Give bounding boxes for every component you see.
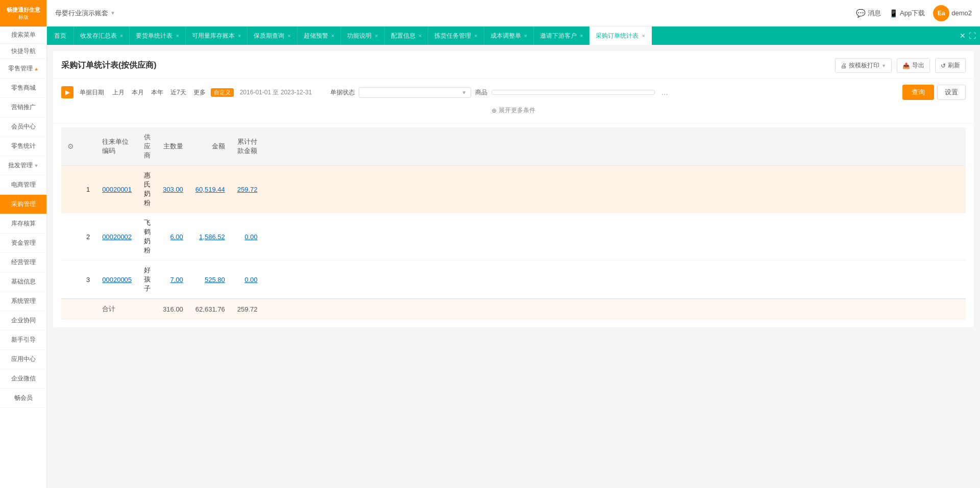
expand-more-row: ⊕ 展开更多条件	[61, 104, 966, 117]
workspace-selector[interactable]: 母婴行业演示账套 ▼	[55, 9, 115, 18]
filter-row-1: ▶ 单据日期 上月 本月 本年 近7天 更多 自定义 2016-01-01 至 …	[61, 85, 966, 100]
tab-close-icon[interactable]: ×	[238, 33, 241, 39]
sidebar-item-member-center[interactable]: 会员中心	[0, 117, 46, 137]
table-footer: 合计 316.00 62,631.76 259.72	[61, 299, 966, 319]
table-header: ⚙ 往来单位编码 供应商 主数量 金额 累计付款金额	[61, 127, 966, 166]
settings-button[interactable]: 设置	[937, 85, 966, 100]
close-window-btn[interactable]: ✕	[960, 32, 966, 40]
shortcut-last-month[interactable]: 上月	[110, 88, 127, 97]
paid-amount-link[interactable]: 0.00	[244, 276, 257, 284]
sidebar-nav[interactable]: 快捷导航	[0, 44, 46, 59]
sidebar-item-retail-stats[interactable]: 零售统计	[0, 137, 46, 156]
sidebar-item-inventory[interactable]: 库存核算	[0, 214, 46, 234]
sidebar-item-finance[interactable]: 资金管理	[0, 234, 46, 253]
export-button[interactable]: 📤 导出	[897, 58, 930, 73]
unit-code-link[interactable]: 00020001	[102, 186, 132, 193]
row-supplier: 好孩子	[138, 261, 157, 299]
tab-invite-downstream[interactable]: 邀请下游客户 ×	[534, 27, 590, 45]
date-custom-badge[interactable]: 自定义	[211, 88, 234, 97]
tab-available-stock[interactable]: 可用量库存账本 ×	[186, 27, 248, 45]
sidebar-item-enterprise-wechat[interactable]: 企业微信	[0, 369, 46, 389]
shortcut-7days[interactable]: 近7天	[168, 88, 188, 97]
tab-receive-send[interactable]: 收发存汇总表 ×	[74, 27, 130, 45]
user-info[interactable]: Ea demo2	[933, 5, 972, 21]
tab-label: 采购订单统计表	[596, 32, 639, 40]
tab-config-info[interactable]: 配置信息 ×	[385, 27, 428, 45]
paid-amount-link[interactable]: 259.72	[237, 186, 258, 193]
sidebar-search[interactable]: 搜索菜单	[0, 27, 46, 44]
sidebar-item-purchase-manage[interactable]: 采购管理	[0, 195, 46, 214]
tab-label: 要货单统计表	[136, 32, 173, 40]
sidebar-item-retail-manage[interactable]: 零售管理 ▲	[0, 59, 46, 79]
message-btn[interactable]: 💬 消息	[856, 9, 881, 18]
summary-paid-amount: 259.72	[231, 299, 264, 319]
refresh-button[interactable]: ↺ 刷新	[935, 58, 966, 73]
tab-close-icon[interactable]: ×	[375, 33, 378, 39]
expand-more-btn[interactable]: ⊕ 展开更多条件	[492, 106, 535, 115]
sidebar-item-basic-info[interactable]: 基础信息	[0, 272, 46, 292]
sidebar-item-member-vip[interactable]: 畅会员	[0, 389, 46, 408]
quantity-link[interactable]: 303.00	[163, 186, 183, 193]
row-extra	[263, 261, 966, 299]
col-settings: ⚙	[61, 127, 80, 166]
status-select[interactable]: ▼	[359, 87, 471, 98]
amount-link[interactable]: 60,519.44	[195, 186, 225, 193]
table-row[interactable]: 3 00020005 好孩子 7.00 525.80 0.00	[61, 261, 966, 299]
more-filter-icon[interactable]: …	[661, 88, 668, 96]
tab-home[interactable]: 首页	[47, 27, 74, 45]
date-filter-label: 单据日期	[80, 88, 104, 97]
sidebar-item-operation[interactable]: 经营管理	[0, 253, 46, 272]
sidebar-item-retail-shop[interactable]: 零售商城	[0, 79, 46, 98]
row-paid-amount: 0.00	[231, 213, 264, 261]
tab-close-icon[interactable]: ×	[331, 33, 334, 39]
tab-close-icon[interactable]: ×	[419, 33, 422, 39]
goods-input[interactable]	[492, 90, 655, 95]
tab-close-icon[interactable]: ×	[287, 33, 290, 39]
status-filter-label: 单据状态	[330, 88, 355, 97]
unit-code-link[interactable]: 00020005	[102, 276, 132, 284]
unit-code-link[interactable]: 00020002	[102, 233, 132, 241]
shortcut-this-year[interactable]: 本年	[149, 88, 165, 97]
app-download-btn[interactable]: 📱 App下载	[889, 9, 925, 18]
sidebar-item-system[interactable]: 系统管理	[0, 292, 46, 311]
sidebar-item-new-guide[interactable]: 新手引导	[0, 330, 46, 350]
table-row[interactable]: 1 00020001 惠氏奶粉 303.00 60,519.44 259.72	[61, 166, 966, 213]
template-print-button[interactable]: 🖨 按模板打印 ▼	[835, 58, 892, 73]
filter-toggle-btn[interactable]: ▶	[61, 86, 74, 98]
tab-close-icon[interactable]: ×	[580, 33, 583, 39]
tab-close-icon[interactable]: ×	[524, 33, 527, 39]
expand-more-icon: ⊕	[492, 107, 497, 114]
tab-close-icon[interactable]: ×	[474, 33, 477, 39]
table-row[interactable]: 2 00020002 飞鹤奶粉 6.00 1,586.52 0.00	[61, 213, 966, 261]
amount-link[interactable]: 525.80	[205, 276, 225, 284]
tab-over-stock-warn[interactable]: 超储预警 ×	[298, 27, 341, 45]
sidebar-item-enterprise-collab[interactable]: 企业协同	[0, 311, 46, 330]
tab-goods-stats[interactable]: 要货单统计表 ×	[130, 27, 185, 45]
app-logo-text: 畅捷通好生意标版	[7, 6, 40, 21]
message-label: 消息	[868, 9, 881, 18]
tab-close-icon[interactable]: ×	[176, 33, 179, 39]
gear-icon[interactable]: ⚙	[67, 142, 74, 150]
sidebar-item-app-center[interactable]: 应用中心	[0, 350, 46, 369]
tab-function-desc[interactable]: 功能说明 ×	[341, 27, 384, 45]
quantity-link[interactable]: 6.00	[170, 233, 183, 241]
paid-amount-link[interactable]: 0.00	[244, 233, 257, 241]
shortcut-this-month[interactable]: 本月	[130, 88, 146, 97]
tab-close-icon[interactable]: ×	[120, 33, 123, 39]
sidebar-item-ecommerce[interactable]: 电商管理	[0, 175, 46, 195]
date-shortcuts: 上月 本月 本年 近7天 更多 自定义	[110, 88, 234, 97]
expand-more-label: 展开更多条件	[499, 106, 535, 115]
tab-purchase-order-stats[interactable]: 采购订单统计表 ×	[590, 27, 651, 45]
tab-expiry-query[interactable]: 保质期查询 ×	[248, 27, 297, 45]
maximize-btn[interactable]: ⛶	[969, 32, 976, 40]
sidebar-item-wholesale-manage[interactable]: 批发管理 ▼	[0, 156, 46, 175]
query-button[interactable]: 查询	[902, 85, 934, 100]
shortcut-more[interactable]: 更多	[191, 88, 208, 97]
content-area: 采购订单统计表(按供应商) 🖨 按模板打印 ▼ 📤 导出 ↺ 刷新	[47, 45, 980, 488]
amount-link[interactable]: 1,586.52	[199, 233, 225, 241]
tab-cost-adjust[interactable]: 成本调整单 ×	[484, 27, 534, 45]
tab-close-icon[interactable]: ×	[642, 33, 645, 39]
quantity-link[interactable]: 7.00	[170, 276, 183, 284]
tab-pick-task[interactable]: 拣货任务管理 ×	[428, 27, 484, 45]
sidebar-item-marketing[interactable]: 营销推广	[0, 98, 46, 117]
